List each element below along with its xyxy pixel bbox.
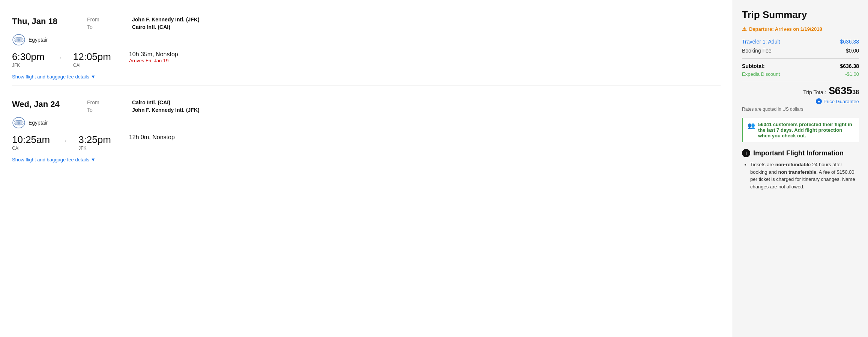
flight-2-depart-time: 10:25am	[12, 134, 50, 146]
sidebar: Trip Summary ⚠ Departure: Arrives on 1/1…	[733, 0, 868, 337]
flight-segment-1: Thu, Jan 18 From To John F. Kennedy Intl…	[12, 9, 721, 86]
flight-1-info: 10h 35m, Nonstop Arrives Fri, Jan 19	[129, 51, 178, 63]
subtotal-amount: $636.38	[840, 63, 859, 69]
main-content: Thu, Jan 18 From To John F. Kennedy Intl…	[0, 0, 733, 337]
flight-2-from-label: From	[87, 99, 125, 105]
flight-2-info: 12h 0m, Nonstop	[129, 134, 175, 141]
flight-1-arrow-icon: →	[55, 53, 63, 62]
important-section: i Important Flight Information Tickets a…	[742, 149, 859, 190]
flight-1-depart-time: 6:30pm	[12, 51, 45, 63]
protection-icon: 👥	[748, 122, 755, 138]
flight-1-duration: 10h 35m, Nonstop	[129, 51, 178, 58]
flight-1-to-airport: Cairo Intl. (CAI)	[132, 24, 200, 30]
flight-2-times: 10:25am CAI → 3:25pm JFK 12h 0m, Nonstop	[12, 134, 721, 151]
divider-1	[742, 58, 859, 59]
divider-2	[742, 81, 859, 81]
flight-1-airline-row: Egyptair	[12, 34, 721, 46]
flight-1-from-airport: John F. Kennedy Intl. (JFK)	[132, 17, 200, 23]
flight-1-depart-code: JFK	[12, 63, 45, 68]
flight-1-depart: 6:30pm JFK	[12, 51, 45, 68]
flight-1-date: Thu, Jan 18	[12, 17, 72, 26]
subtotal-row: Subtotal: $636.38	[742, 62, 859, 71]
flight-2-airports: Cairo Intl. (CAI) John F. Kennedy Intl. …	[132, 99, 200, 113]
flight-2-depart: 10:25am CAI	[12, 134, 50, 151]
traveler-row: Traveler 1: Adult $636.38	[742, 37, 859, 46]
svg-point-1	[17, 38, 20, 41]
flight-1-times: 6:30pm JFK → 12:05pm CAI 10h 35m, Nonsto…	[12, 51, 721, 68]
segment-header-2: Wed, Jan 24 From To Cairo Intl. (CAI) Jo…	[12, 99, 721, 113]
flight-1-arrive-time: 12:05pm	[73, 51, 111, 63]
flight-2-arrow-icon: →	[60, 136, 68, 145]
discount-row: Expedia Discount -$1.00	[742, 71, 859, 78]
flight-1-to-label: To	[87, 24, 125, 30]
info-circle-icon: i	[742, 149, 750, 157]
flight-1-arrives-note: Arrives Fri, Jan 19	[129, 58, 178, 63]
departure-notice: ⚠ Departure: Arrives on 1/19/2018	[742, 26, 859, 32]
trip-total-label: Trip Total:	[803, 89, 826, 95]
flight-1-airline-name: Egyptair	[29, 37, 48, 43]
booking-fee-label: Booking Fee	[742, 48, 772, 54]
flight-2-date: Wed, Jan 24	[12, 99, 72, 109]
flight-1-arrive-code: CAI	[73, 63, 111, 68]
price-guarantee-icon: ●	[816, 98, 822, 104]
important-title: i Important Flight Information	[742, 149, 859, 157]
flight-1-show-details[interactable]: Show flight and baggage fee details ▼	[12, 74, 96, 80]
trip-total-row: Trip Total: $63538	[742, 85, 859, 97]
flight-1-route: From To	[87, 17, 125, 30]
flight-2-airline-name: Egyptair	[29, 120, 48, 126]
flight-2-to-label: To	[87, 107, 125, 113]
warning-icon: ⚠	[742, 26, 747, 32]
flight-2-airline-row: Egyptair	[12, 117, 721, 129]
segment-header-1: Thu, Jan 18 From To John F. Kennedy Intl…	[12, 17, 721, 30]
booking-fee-row: Booking Fee $0.00	[742, 46, 859, 55]
flight-2-duration: 12h 0m, Nonstop	[129, 134, 175, 141]
price-guarantee[interactable]: ● Price Guarantee	[742, 98, 859, 104]
rates-note: Rates are quoted in US dollars	[742, 107, 859, 112]
svg-point-3	[17, 121, 20, 124]
discount-amount: -$1.00	[845, 71, 859, 77]
trip-summary-title: Trip Summary	[742, 9, 859, 21]
traveler-label[interactable]: Traveler 1: Adult	[742, 39, 780, 45]
important-title-text: Important Flight Information	[753, 149, 844, 157]
flight-2-arrive-code: JFK	[78, 146, 111, 151]
flight-2-arrive-time: 3:25pm	[78, 134, 111, 146]
flight-2-to-airport: John F. Kennedy Intl. (JFK)	[132, 107, 200, 113]
flight-segment-2: Wed, Jan 24 From To Cairo Intl. (CAI) Jo…	[12, 92, 721, 168]
egyptair-logo-2	[12, 117, 26, 129]
subtotal-label: Subtotal:	[742, 63, 765, 69]
protection-notice: 👥 56041 customers protected their flight…	[742, 118, 859, 142]
booking-fee-amount: $0.00	[846, 48, 859, 54]
flight-2-depart-code: CAI	[12, 146, 50, 151]
flight-2-from-airport: Cairo Intl. (CAI)	[132, 99, 200, 105]
protection-text: 56041 customers protected their flight i…	[758, 122, 854, 138]
flight-1-arrive: 12:05pm CAI	[73, 51, 111, 68]
important-body: Tickets are non-refundable 24 hours afte…	[742, 161, 859, 190]
flight-2-arrive: 3:25pm JFK	[78, 134, 111, 151]
flight-2-route: From To	[87, 99, 125, 113]
traveler-amount: $636.38	[840, 39, 859, 45]
departure-notice-text: Departure: Arrives on 1/19/2018	[749, 26, 822, 32]
trip-total-dollars: $635	[829, 85, 852, 97]
egyptair-logo-1	[12, 34, 26, 46]
price-guarantee-text: Price Guarantee	[823, 99, 859, 104]
flight-1-airports: John F. Kennedy Intl. (JFK) Cairo Intl. …	[132, 17, 200, 30]
trip-total-cents: 38	[852, 89, 859, 96]
flight-2-show-details[interactable]: Show flight and baggage fee details ▼	[12, 157, 96, 162]
flight-1-from-label: From	[87, 17, 125, 23]
discount-label: Expedia Discount	[742, 71, 780, 77]
